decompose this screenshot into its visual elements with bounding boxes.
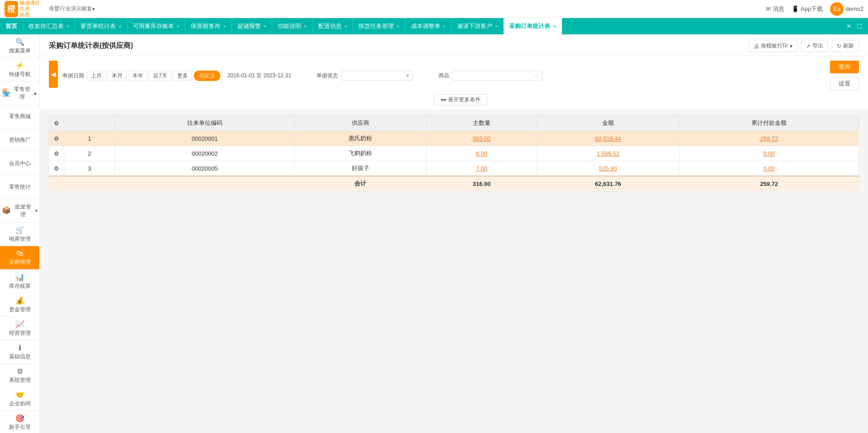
row-supplier-3: 好孩子 <box>294 161 426 176</box>
sidebar-label-retail-stats: 零售统计 <box>9 183 31 191</box>
row-index-1: 1 <box>64 131 115 146</box>
close-tab-function[interactable]: × <box>304 24 307 29</box>
sidebar-item-search[interactable]: 🔍 搜索菜单 <box>0 34 39 58</box>
refresh-btn[interactable]: ↻ 刷新 <box>832 40 859 52</box>
expand-row: ▾▾ 展开更多条件 <box>62 94 859 105</box>
date-btn-this-year[interactable]: 本年 <box>128 71 147 81</box>
sidebar-item-member[interactable]: 会员中心 <box>0 152 39 176</box>
tab-available-stock[interactable]: 可用量库存账本 × <box>127 18 185 34</box>
col-paid: 累计付款金额 <box>679 115 859 131</box>
date-btn-more[interactable]: 更多 <box>173 71 192 81</box>
tab-invite-downstream[interactable]: 邀请下游客户 × <box>452 18 504 34</box>
page-title: 采购订单统计表(按供应商) <box>49 41 133 51</box>
table-row[interactable]: ⚙ 1 00020001 惠氏奶粉 303.00 60,519.44 259.7… <box>49 131 859 146</box>
date-btn-custom[interactable]: 自定义 <box>194 71 220 81</box>
sidebar-label-collab: 企业协同 <box>9 400 31 408</box>
table-header-row: ⚙ 往来单位编码 供应商 主数量 金额 累计付款金额 <box>49 115 859 131</box>
close-tab-config[interactable]: × <box>344 24 347 29</box>
sidebar-item-marketing[interactable]: 营销推广 <box>0 128 39 152</box>
col-code: 往来单位编码 <box>115 115 295 131</box>
close-tab-invite[interactable]: × <box>495 24 498 29</box>
main-content: 采购订单统计表(按供应商) 🖨 按模板打印 ▾ ↗ 导出 ↻ 刷新 <box>40 34 868 433</box>
tab-function-desc[interactable]: 功能说明 × <box>272 18 312 34</box>
query-btn[interactable]: 查询 <box>830 61 859 73</box>
retail-arrow-icon: ▲ <box>33 90 38 95</box>
finance-icon: 💰 <box>15 296 24 305</box>
tab-picking-task[interactable]: 拣货任务管理 × <box>353 18 405 34</box>
breadcrumb-area[interactable]: 母婴行业演示账套 ▾ <box>44 5 766 13</box>
product-input[interactable]: ··· <box>452 71 542 81</box>
close-tab-expiry[interactable]: × <box>223 24 226 29</box>
close-tab-available-stock[interactable]: × <box>177 24 179 29</box>
close-tab-collection[interactable]: × <box>66 24 69 29</box>
row-gear-1[interactable]: ⚙ <box>49 131 64 146</box>
tab-order-stats[interactable]: 要货单统计表 × <box>75 18 127 34</box>
close-tab-picking[interactable]: × <box>396 24 399 29</box>
sidebar-item-collab[interactable]: 🤝 企业协同 <box>0 387 39 411</box>
sidebar-item-guide[interactable]: 🎯 新手引导 <box>0 411 39 433</box>
close-tab-overstock[interactable]: × <box>264 24 266 29</box>
date-label: 单据日期 <box>62 72 84 80</box>
wholesale-arrow-icon: ▾ <box>35 208 38 213</box>
tab-close-all-btn[interactable]: × <box>844 21 854 31</box>
sidebar-item-purchase[interactable]: 🛍 采购管理 <box>0 246 39 270</box>
sidebar-item-basic-info[interactable]: ℹ 基础信息 <box>0 340 39 364</box>
expand-btn[interactable]: ▾▾ 展开更多条件 <box>434 94 487 105</box>
table-gear-icon[interactable]: ⚙ <box>54 120 59 127</box>
message-btn[interactable]: ✉ 消息 <box>766 5 784 13</box>
close-tab-purchase-stats[interactable]: × <box>553 24 556 29</box>
tab-collection-summary[interactable]: 收发存汇总表 × <box>23 18 75 34</box>
sidebar-label-quick-nav: 快捷导航 <box>9 71 31 78</box>
template-print-btn[interactable]: 🖨 按模板打印 ▾ <box>749 40 797 52</box>
tab-expiry-query[interactable]: 保质期查询 × <box>185 18 231 34</box>
table-area: ⚙ 往来单位编码 供应商 主数量 金额 累计付款金额 ⚙ 1 00020001 <box>40 110 868 433</box>
sidebar-item-finance[interactable]: 💰 资金管理 <box>0 293 39 317</box>
sidebar-item-wholesale[interactable]: 📦 批发管理 ▾ <box>0 199 39 223</box>
date-btn-this-month[interactable]: 本月 <box>108 71 127 81</box>
tab-config-info[interactable]: 配置信息 × <box>313 18 353 34</box>
footer-label <box>115 176 295 191</box>
col-supplier: 供应商 <box>294 115 426 131</box>
table-row[interactable]: ⚙ 2 00020002 飞鹤奶粉 6.00 1,586.52 0.00 <box>49 146 859 161</box>
app-download-btn[interactable]: 📱 App下载 <box>792 5 823 13</box>
nav-tabs-right: × □ <box>844 21 868 31</box>
tab-purchase-stats[interactable]: 采购订单统计表 × <box>504 18 561 34</box>
status-select[interactable]: ▾ <box>341 71 413 81</box>
sidebar-item-system[interactable]: ⚙ 系统管理 <box>0 364 39 387</box>
tab-home[interactable]: 首页 <box>0 18 23 34</box>
sidebar-item-ecommerce[interactable]: 🛒 电商管理 <box>0 223 39 246</box>
date-btn-last-month[interactable]: 上月 <box>87 71 106 81</box>
row-index-3: 3 <box>64 161 115 176</box>
sidebar-item-retail[interactable]: 🏪 零售管理 ▲ <box>0 81 39 105</box>
sidebar-label-operations: 经营管理 <box>9 329 31 337</box>
export-btn[interactable]: ↗ 导出 <box>801 40 828 52</box>
tab-overstock[interactable]: 超储预警 × <box>232 18 272 34</box>
sidebar-item-quick-nav[interactable]: ⚡ 快捷导航 <box>0 58 39 81</box>
row-gear-2[interactable]: ⚙ <box>49 146 64 161</box>
sidebar-item-retail-stats[interactable]: 零售统计 <box>0 176 39 199</box>
footer-index <box>64 176 115 191</box>
row-gear-3[interactable]: ⚙ <box>49 161 64 176</box>
date-btn-7days[interactable]: 近7天 <box>149 71 171 81</box>
filter-area: ◀ 单据日期 上月 本月 本年 近7天 更多 自定义 <box>40 56 868 110</box>
sidebar-item-inventory[interactable]: 📊 库存核算 <box>0 270 39 293</box>
row-amount-2: 1,586.52 <box>537 146 679 161</box>
sidebar-item-retail-shop[interactable]: 零售商城 <box>0 105 39 128</box>
tab-cost-adjust[interactable]: 成本调整单 × <box>406 18 452 34</box>
ecommerce-icon: 🛒 <box>15 226 24 234</box>
sidebar-item-operations[interactable]: 📈 经营管理 <box>0 317 39 340</box>
tab-maximize-btn[interactable]: □ <box>854 21 864 31</box>
close-tab-order-stats[interactable]: × <box>118 24 121 29</box>
data-table: ⚙ 往来单位编码 供应商 主数量 金额 累计付款金额 ⚙ 1 00020001 <box>49 115 859 191</box>
status-select-arrow: ▾ <box>406 72 409 79</box>
close-tab-cost[interactable]: × <box>443 24 446 29</box>
row-paid-2: 0.00 <box>679 146 859 161</box>
top-bar: 橙 畅捷通好生意标版 母婴行业演示账套 ▾ ✉ 消息 📱 App下载 Ea de… <box>0 0 868 18</box>
table-row[interactable]: ⚙ 3 00020005 好孩子 7.00 525.80 0.00 <box>49 161 859 176</box>
settings-btn[interactable]: 设置 <box>830 77 859 90</box>
user-area[interactable]: Ea demo2 <box>830 2 863 16</box>
logo-icon: 橙 <box>5 1 18 17</box>
system-icon: ⚙ <box>17 367 23 376</box>
collapse-filter-btn[interactable]: ◀ <box>49 61 58 88</box>
page-header-right: 🖨 按模板打印 ▾ ↗ 导出 ↻ 刷新 <box>749 40 859 52</box>
